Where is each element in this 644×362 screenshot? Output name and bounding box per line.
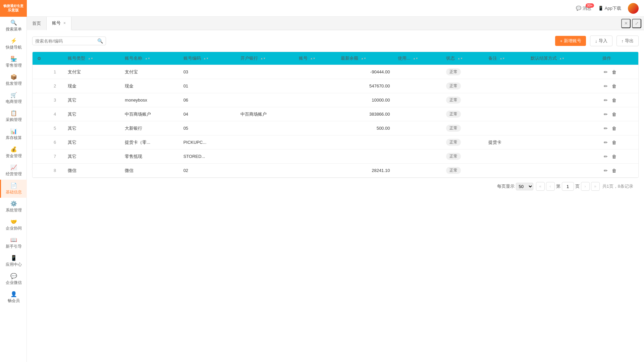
search-box[interactable]: 🔍 xyxy=(32,37,106,45)
expand-tab-button[interactable]: ⤢ xyxy=(632,19,641,28)
sidebar-label-enterprise: 企业协同 xyxy=(6,226,22,231)
row-gear xyxy=(33,135,46,149)
nav-icon-guide: 📖 xyxy=(2,237,25,243)
nav-icon-finance: 💰 xyxy=(2,146,25,153)
sidebar-item-system[interactable]: ⚙️系统管理 xyxy=(0,198,27,216)
user-avatar[interactable] xyxy=(628,3,639,14)
col-status[interactable]: 状态 ▲▼ xyxy=(442,52,484,65)
next-page-button[interactable]: › xyxy=(581,182,590,191)
sidebar-item-retail[interactable]: 🏪零售管理 xyxy=(0,53,27,71)
edit-button[interactable]: ✏ xyxy=(602,97,609,104)
main-area: 💬 消息 99+ 📱 App下载 首页账号× ✕ ⤢ 🔍 xyxy=(27,0,644,362)
sidebar-item-search[interactable]: 🔍搜索菜单 xyxy=(0,17,27,35)
row-type: 现金 xyxy=(64,79,121,93)
delete-button[interactable]: 🗑 xyxy=(610,69,618,75)
col-name[interactable]: 账号名称 ▲▼ xyxy=(121,52,179,65)
row-name: 大新银行 xyxy=(121,121,179,135)
import-button[interactable]: ↓ 导入 xyxy=(590,36,612,46)
export-button[interactable]: ↑ 导出 xyxy=(616,36,639,46)
col-balance[interactable]: 最新余额 ▲▼ xyxy=(337,52,394,65)
edit-button[interactable]: ✏ xyxy=(602,139,609,146)
row-default-payment xyxy=(527,149,598,164)
edit-button[interactable]: ✏ xyxy=(602,69,609,75)
delete-button[interactable]: 🗑 xyxy=(610,125,618,132)
delete-button[interactable]: 🗑 xyxy=(610,97,618,104)
nav-icon-wholesale: 📦 xyxy=(2,74,25,80)
prev-page-button[interactable]: ‹ xyxy=(546,182,555,191)
first-page-button[interactable]: « xyxy=(536,182,545,191)
row-gear xyxy=(33,93,46,107)
table-row: 5 其它 大新银行 05 500.00 正常 ✏ 🗑 xyxy=(33,121,638,135)
last-page-button[interactable]: » xyxy=(591,182,600,191)
row-usage xyxy=(394,65,442,79)
page-number-input[interactable] xyxy=(562,182,574,191)
sidebar-item-basic[interactable]: 📄基础信息 xyxy=(0,180,27,198)
delete-button[interactable]: 🗑 xyxy=(610,139,618,146)
tab-home[interactable]: 首页 xyxy=(27,17,47,30)
col-default-payment[interactable]: 默认结算方式 ▲▼ xyxy=(527,52,598,65)
col-bank[interactable]: 开户银行 ▲▼ xyxy=(236,52,295,65)
page-size-selector[interactable]: 每页显示 50 20 100 xyxy=(497,183,533,190)
page-suffix: 页 xyxy=(575,183,580,189)
per-page-select[interactable]: 50 20 100 xyxy=(516,183,533,190)
sidebar-item-purchase[interactable]: 📋采购管理 xyxy=(0,107,27,125)
row-index: 5 xyxy=(46,121,64,135)
col-usage[interactable]: 使用... ▲▼ xyxy=(394,52,442,65)
sidebar-item-wechat[interactable]: 💬企业微信 xyxy=(0,270,27,288)
search-input[interactable] xyxy=(35,39,97,44)
sidebar-label-basic: 基础信息 xyxy=(6,190,22,194)
col-account-no[interactable]: 账号 ▲▼ xyxy=(295,52,337,65)
table-row: 8 微信 微信 02 28241.10 正常 ✏ 🗑 xyxy=(33,164,638,178)
row-code: 06 xyxy=(179,93,236,107)
delete-button[interactable]: 🗑 xyxy=(610,83,618,89)
col-code[interactable]: 账号编码 ▲▼ xyxy=(179,52,236,65)
delete-button[interactable]: 🗑 xyxy=(610,167,618,174)
row-bank xyxy=(236,93,295,107)
sidebar-item-enterprise[interactable]: 🤝企业协同 xyxy=(0,216,27,234)
edit-button[interactable]: ✏ xyxy=(602,153,609,160)
col-remark[interactable]: 备注 ▲▼ xyxy=(484,52,527,65)
row-code: STORED... xyxy=(179,149,236,164)
sidebar-item-operations[interactable]: 📈经营管理 xyxy=(0,162,27,180)
sidebar-item-shortcut[interactable]: ⚡快捷导航 xyxy=(0,35,27,53)
app-download-button[interactable]: 📱 App下载 xyxy=(598,5,621,11)
sidebar-label-app_center: 应用中心 xyxy=(6,262,22,267)
row-status: 正常 xyxy=(442,164,484,178)
row-code: 02 xyxy=(179,164,236,178)
nav-icon-search: 🔍 xyxy=(2,19,25,26)
close-tab-button[interactable]: ✕ xyxy=(621,19,631,28)
row-default-payment xyxy=(527,93,598,107)
notification-button[interactable]: 💬 消息 99+ xyxy=(576,5,591,11)
delete-button[interactable]: 🗑 xyxy=(610,111,618,118)
sidebar-item-finance[interactable]: 💰资金管理 xyxy=(0,143,27,162)
sidebar-item-guide[interactable]: 📖新手引导 xyxy=(0,234,27,252)
add-account-button[interactable]: + 新增账号 xyxy=(555,36,586,46)
row-account-no xyxy=(295,164,337,178)
row-name: 微信 xyxy=(121,164,179,178)
sidebar-item-member[interactable]: 👤畅会员 xyxy=(0,288,27,306)
row-type: 其它 xyxy=(64,107,121,121)
edit-button[interactable]: ✏ xyxy=(602,111,609,118)
row-bank xyxy=(236,79,295,93)
col-type[interactable]: 账号类型 ▲▼ xyxy=(64,52,121,65)
delete-button[interactable]: 🗑 xyxy=(610,153,618,160)
edit-button[interactable]: ✏ xyxy=(602,83,609,89)
notification-badge: 99+ xyxy=(586,3,594,8)
tab-close-account[interactable]: × xyxy=(63,21,66,25)
row-balance: 547670.00 xyxy=(337,79,394,93)
sidebar-item-ecommerce[interactable]: 🛒电商管理 xyxy=(0,89,27,107)
col-gear[interactable]: ⚙ xyxy=(33,52,46,65)
row-usage xyxy=(394,93,442,107)
sidebar-item-wholesale[interactable]: 📦批发管理 xyxy=(0,71,27,89)
sidebar-item-inventory[interactable]: 📊库存核算 xyxy=(0,125,27,143)
search-icon[interactable]: 🔍 xyxy=(97,38,103,44)
edit-button[interactable]: ✏ xyxy=(602,167,609,174)
row-default-payment xyxy=(527,79,598,93)
edit-button[interactable]: ✏ xyxy=(602,125,609,132)
row-balance: 10000.00 xyxy=(337,93,394,107)
nav-icon-inventory: 📊 xyxy=(2,128,25,134)
row-account-no xyxy=(295,149,337,164)
row-actions: ✏ 🗑 xyxy=(598,65,638,79)
tab-account[interactable]: 账号× xyxy=(47,17,71,30)
sidebar-item-app_center[interactable]: 📱应用中心 xyxy=(0,252,27,270)
